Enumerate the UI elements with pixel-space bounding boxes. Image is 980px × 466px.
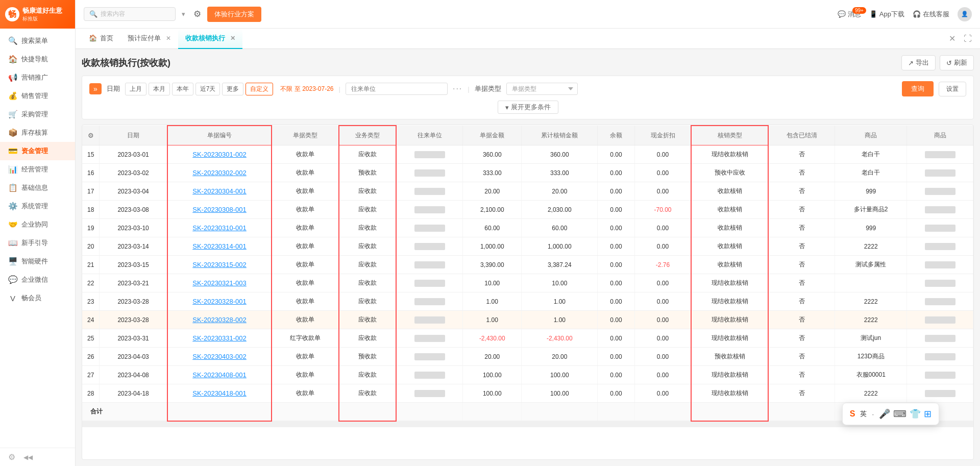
doc-no-link[interactable]: SK-20230308-001 <box>192 206 247 213</box>
messages-btn[interactable]: 💬 消息 99+ <box>838 10 861 19</box>
doc-no-link[interactable]: SK-20230304-001 <box>192 187 247 195</box>
date-filter-label: 日期 <box>107 84 120 93</box>
sidebar-item-member[interactable]: V畅会员 <box>0 289 75 307</box>
collapse-icon[interactable]: ◀◀ <box>23 454 33 461</box>
sidebar-item-purchase[interactable]: 🛒采购管理 <box>0 105 75 124</box>
cell-partner <box>396 329 463 348</box>
sidebar-item-system[interactable]: ⚙️系统管理 <box>0 197 75 215</box>
cell-amount: 2,100.00 <box>463 201 522 219</box>
total-verified <box>522 403 598 421</box>
sidebar-item-search[interactable]: 🔍搜索菜单 <box>0 32 75 50</box>
filter-bar: » 日期 上月 本月 本年 近7天 更多 自定义 不限 至 2023-07-26… <box>82 76 974 119</box>
th-verify-type: 核销类型 <box>691 126 768 145</box>
gear-icon[interactable]: ⚙ <box>193 9 201 19</box>
doc-no-link[interactable]: SK-20230310-001 <box>192 224 247 232</box>
table-row: 17 2023-03-04 SK-20230304-001 收款单 应收款 20… <box>82 182 973 201</box>
settings-col-icon[interactable]: ⚙ <box>88 132 94 139</box>
close-window-icon[interactable]: ✕ <box>947 32 958 45</box>
cell-verified: 333.00 <box>522 164 598 182</box>
industry-btn[interactable]: 体验行业方案 <box>207 7 261 22</box>
cell-date: 2023-03-28 <box>100 311 167 329</box>
filter-expand-btn[interactable]: » <box>89 83 102 94</box>
doc-no-link[interactable]: SK-20230315-002 <box>192 261 247 268</box>
cell-verified: 10.00 <box>522 274 598 292</box>
mic-icon[interactable]: 🎤 <box>879 408 890 420</box>
cell-included: 否 <box>768 219 835 237</box>
watermark-brand: 英 <box>860 409 867 419</box>
this-year-btn[interactable]: 本年 <box>172 83 193 95</box>
fullscreen-icon[interactable]: ⛶ <box>962 32 974 45</box>
last-7days-btn[interactable]: 近7天 <box>195 83 220 95</box>
doc-no-link[interactable]: SK-20230403-002 <box>192 353 247 360</box>
sidebar-item-operations[interactable]: 📊经营管理 <box>0 160 75 179</box>
sidebar-item-finance[interactable]: 💳资金管理 <box>0 142 75 160</box>
th-goods1: 商品 <box>835 126 907 145</box>
doc-no-link[interactable]: SK-20230301-002 <box>192 151 247 158</box>
cell-included: 否 <box>768 384 835 403</box>
search-bar[interactable]: 🔍 搜索内容 <box>84 7 176 21</box>
sidebar-item-hardware[interactable]: 🖥️智能硬件 <box>0 252 75 271</box>
query-btn[interactable]: 查询 <box>902 81 934 96</box>
doc-no-link[interactable]: SK-20230314-001 <box>192 242 247 250</box>
partner-input[interactable] <box>346 83 448 95</box>
tab-home[interactable]: 🏠 首页 <box>82 29 120 49</box>
app-download-btn[interactable]: 📱 App下载 <box>869 10 904 19</box>
cell-goods2 <box>907 384 973 403</box>
tab-payable[interactable]: 预计应付单 ✕ <box>120 29 178 49</box>
dropdown-icon[interactable]: ▾ <box>182 10 185 18</box>
th-settings: ⚙ <box>82 126 100 145</box>
online-service-btn[interactable]: 🎧 在线客服 <box>913 10 949 19</box>
grid-icon[interactable]: ⊞ <box>924 408 932 420</box>
this-month-btn[interactable]: 本月 <box>149 83 170 95</box>
sidebar-item-quicknav[interactable]: 🏠快捷导航 <box>0 50 75 68</box>
tab-payable-close[interactable]: ✕ <box>166 35 171 42</box>
last-month-btn[interactable]: 上月 <box>125 83 146 95</box>
doc-no-link[interactable]: SK-20230328-002 <box>192 316 247 324</box>
keyboard-icon[interactable]: ⌨ <box>893 408 906 420</box>
table-row: 23 2023-03-28 SK-20230328-001 收款单 应收款 1.… <box>82 292 973 311</box>
more-dates-btn[interactable]: 更多 <box>222 83 243 95</box>
export-btn[interactable]: ↗ 导出 <box>901 55 936 70</box>
cell-verify-type: 现结收款核销 <box>691 145 768 164</box>
cell-goods1: 多计量商品2 <box>835 201 907 219</box>
tab-collection[interactable]: 收款核销执行 ✕ <box>178 29 242 49</box>
doc-no-link[interactable]: SK-20230302-002 <box>192 169 247 177</box>
sidebar-item-guide[interactable]: 📖新手引导 <box>0 234 75 252</box>
custom-date-btn[interactable]: 自定义 <box>246 83 273 95</box>
sidebar-item-basic[interactable]: 📋基础信息 <box>0 179 75 197</box>
setting-btn[interactable]: 设置 <box>939 82 966 96</box>
refresh-btn[interactable]: ↺ 刷新 <box>940 55 974 70</box>
cell-verified: 100.00 <box>522 384 598 403</box>
doc-no-link[interactable]: SK-20230408-001 <box>192 371 247 379</box>
cell-amount: -2,430.00 <box>463 329 522 348</box>
sidebar-item-sales[interactable]: 💰销售管理 <box>0 87 75 105</box>
doc-no-link[interactable]: SK-20230331-002 <box>192 334 247 342</box>
table-row: 21 2023-03-15 SK-20230315-002 收款单 应收款 3,… <box>82 256 973 274</box>
topbar-right: 💬 消息 99+ 📱 App下载 🎧 在线客服 👤 <box>838 7 972 21</box>
data-table-wrap: ⚙ 日期 单据编号 单据类型 业务类型 往来单位 单据金额 累计核销金额 余额 … <box>82 125 974 460</box>
sidebar-item-corp[interactable]: 🤝企业协同 <box>0 215 75 234</box>
shirt-icon[interactable]: 👕 <box>910 408 921 420</box>
doc-no-link[interactable]: SK-20230328-001 <box>192 298 247 305</box>
expand-more-btn[interactable]: ▾ 展开更多条件 <box>498 101 558 114</box>
sidebar-bottom: ⚙ ◀◀ <box>0 448 75 466</box>
cell-biz-type: 应收款 <box>339 182 396 201</box>
cell-doc-type: 收款单 <box>272 384 339 403</box>
doc-no-link[interactable]: SK-20230321-003 <box>192 279 247 287</box>
doc-type-select[interactable]: 单据类型 <box>506 83 578 95</box>
filter-dots[interactable]: ··· <box>453 84 462 93</box>
data-table: ⚙ 日期 单据编号 单据类型 业务类型 往来单位 单据金额 累计核销金额 余额 … <box>82 125 973 427</box>
settings-icon[interactable]: ⚙ <box>8 452 15 462</box>
cell-doc-type: 收款单 <box>272 201 339 219</box>
sidebar-item-wechat[interactable]: 💬企业微信 <box>0 271 75 289</box>
th-amount: 单据金额 <box>463 126 522 145</box>
phone-icon: 📱 <box>869 10 877 18</box>
cell-balance: 0.00 <box>598 384 634 403</box>
sidebar-item-inventory[interactable]: 📦库存核算 <box>0 124 75 142</box>
user-avatar[interactable]: 👤 <box>958 7 972 21</box>
cell-discount: 0.00 <box>634 292 691 311</box>
tab-collection-close[interactable]: ✕ <box>230 35 235 42</box>
table-row: 27 2023-04-08 SK-20230408-001 收款单 应收款 10… <box>82 366 973 384</box>
sidebar-item-marketing[interactable]: 📢营销推广 <box>0 68 75 87</box>
doc-no-link[interactable]: SK-20230418-001 <box>192 389 247 397</box>
